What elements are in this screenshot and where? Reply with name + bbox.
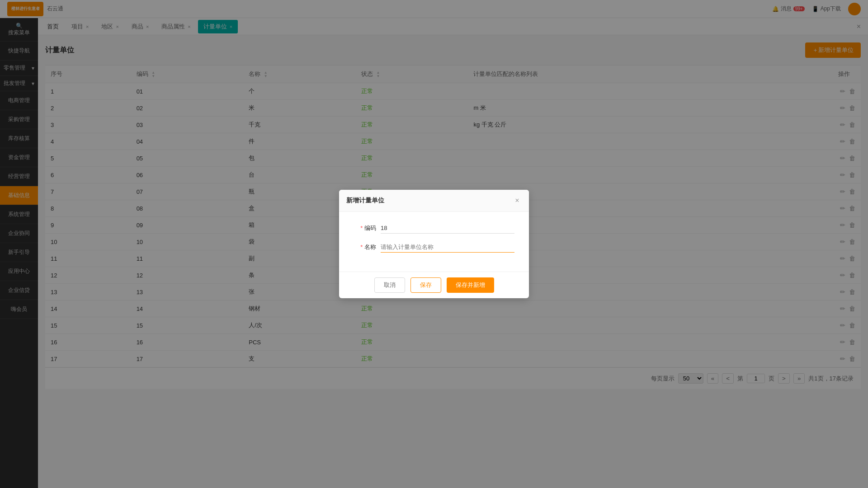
form-code-input[interactable]: [381, 223, 514, 234]
dialog-title: 新增计量单位: [346, 197, 384, 205]
dialog-save-and-new-button[interactable]: 保存并新增: [447, 277, 494, 293]
dialog-save-button[interactable]: 保存: [410, 277, 441, 293]
add-unit-dialog: 新增计量单位 × 编码 名称 取消 保存 保存并新增: [339, 190, 529, 298]
form-name-input[interactable]: [381, 242, 514, 253]
dialog-body: 编码 名称: [339, 212, 529, 272]
dialog-overlay[interactable]: 新增计量单位 × 编码 名称 取消 保存 保存并新增: [0, 0, 868, 488]
form-name-label: 名称: [354, 243, 376, 251]
form-item-name: 名称: [354, 242, 514, 253]
form-code-label: 编码: [354, 224, 376, 232]
dialog-footer: 取消 保存 保存并新增: [339, 272, 529, 298]
form-item-code: 编码: [354, 223, 514, 234]
dialog-close-button[interactable]: ×: [513, 196, 522, 205]
dialog-cancel-button[interactable]: 取消: [374, 277, 405, 293]
dialog-header: 新增计量单位 ×: [339, 190, 529, 212]
